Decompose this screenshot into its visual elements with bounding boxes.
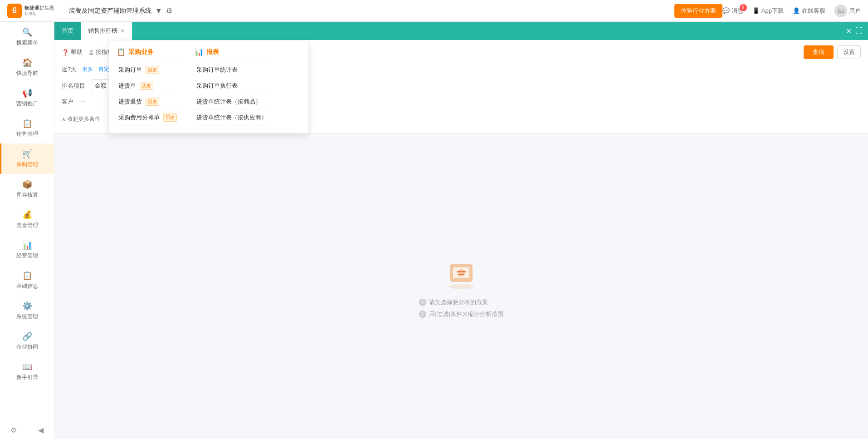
sidebar-item-finance[interactable]: 💰 资金管理	[0, 204, 54, 235]
top-header: 6 畅捷通好生意 标准版 装餐及固定资产辅助管理系统 ▼ ⚙ 体验行业方案 💬 …	[0, 0, 868, 22]
empty-illustration	[443, 255, 479, 291]
tab-sales-rank[interactable]: 销售排行榜 ✕	[81, 22, 132, 40]
sidebar-label-purchase: 采购管理	[16, 161, 38, 168]
dropdown-item-report-2[interactable]: 采购订单执行表	[195, 78, 269, 94]
avatar: Ea	[834, 5, 847, 17]
dropdown-item-purchase-return[interactable]: 进货退货 历史	[117, 94, 180, 110]
dropdown-item-report-1[interactable]: 采购订单统计表	[195, 62, 269, 78]
customer-dots[interactable]: ···	[79, 97, 86, 106]
purchase-order-label: 采购订单	[118, 66, 142, 74]
enterprise-icon: 🔗	[22, 331, 32, 341]
message-badge: 9	[740, 4, 747, 11]
app-download-label: App下载	[761, 7, 784, 15]
sidebar-item-marketing[interactable]: 📢 营销推广	[0, 83, 54, 113]
settings-button[interactable]: 设置	[837, 45, 861, 59]
collapse-label: 收起更多条件	[68, 115, 100, 123]
sidebar-item-sales[interactable]: 📋 销售管理	[0, 113, 54, 143]
tab-close-icon[interactable]: ✕	[120, 28, 125, 34]
online-service-action[interactable]: 👤 在线客服	[793, 7, 825, 15]
collapse-sidebar-icon[interactable]: ◀	[38, 426, 44, 434]
dropdown-item-report-3[interactable]: 进货单统计表（按商品）	[195, 94, 269, 110]
online-service-label: 在线客服	[802, 7, 825, 15]
tip-num-2: ②	[419, 311, 426, 318]
tab-home[interactable]: 首页	[54, 22, 81, 40]
sidebar-label-sales: 销售管理	[16, 130, 38, 138]
dropdown-item-report-4[interactable]: 进货单统计表（按供应商）	[195, 110, 269, 126]
empty-state: ① 请先选择要分析的方案 ② 用[过滤]条件来缩小分析范围	[54, 133, 868, 439]
svg-point-3	[458, 269, 465, 276]
sidebar: 🔍 搜索菜单 🏠 快捷导航 📢 营销推广 📋 销售管理 🛒 采购管理 📦 库存核…	[0, 22, 54, 439]
rank-value: 金额	[95, 82, 107, 90]
search-button[interactable]: 查询	[804, 45, 834, 59]
inventory-icon: 📦	[22, 179, 32, 189]
empty-tip-2: ② 用[过滤]条件来缩小分析范围	[419, 310, 503, 318]
sidebar-item-basic-info[interactable]: 📋 基础信息	[0, 265, 54, 296]
sidebar-item-operations[interactable]: 📊 经营管理	[0, 235, 54, 265]
purchase-return-history-badge: 历史	[146, 98, 159, 106]
sidebar-label-quick-nav: 快捷导航	[16, 69, 38, 77]
system-title: 装餐及固定资产辅助管理系统	[69, 7, 151, 15]
report-4-label: 进货单统计表（按供应商）	[196, 113, 267, 122]
sidebar-item-inventory[interactable]: 📦 库存核算	[0, 174, 54, 204]
dropdown-item-purchase-in[interactable]: 进货单 历史	[117, 78, 180, 94]
collapse-icon: ∧	[62, 116, 66, 123]
empty-tip-1: ① 请先选择要分析的方案	[419, 298, 503, 306]
sidebar-label-search: 搜索菜单	[16, 39, 38, 47]
system-settings-icon[interactable]: ▼	[155, 7, 162, 15]
report-section-label: 报表	[206, 48, 219, 56]
print-icon: 🖨	[88, 49, 94, 56]
purchase-dropdown-menu: 📋 采购业务 采购订单 历史 进货单 历史 进货退货 历史 采购费用分摊单	[109, 40, 308, 133]
gear-icon[interactable]: ⚙	[166, 6, 172, 15]
main-layout: 🔍 搜索菜单 🏠 快捷导航 📢 营销推广 📋 销售管理 🛒 采购管理 📦 库存核…	[0, 22, 868, 439]
purchase-order-history-badge: 历史	[146, 66, 159, 74]
purchase-in-label: 进货单	[118, 82, 136, 90]
message-action[interactable]: 💬 消息 9	[722, 7, 743, 15]
report-2-label: 采购订单执行表	[196, 82, 238, 90]
purchase-icon: 🛒	[22, 149, 32, 159]
date-filter-label: 近7天	[62, 65, 77, 74]
system-icon: ⚙️	[22, 301, 32, 311]
settings-bottom-icon[interactable]: ⚙	[10, 426, 17, 434]
tab-maximize-icon[interactable]: ⛶	[855, 27, 863, 35]
dropdown-item-purchase-cost[interactable]: 采购费用分摊单 历史	[117, 110, 180, 126]
purchase-return-label: 进货退货	[118, 98, 142, 106]
service-icon: 👤	[793, 7, 800, 14]
purchase-in-history-badge: 历史	[140, 82, 153, 90]
date-more-btn[interactable]: 更多	[82, 65, 93, 73]
sidebar-item-search[interactable]: 🔍 搜索菜单	[0, 22, 54, 52]
tab-close-all-icon[interactable]: ✕	[846, 27, 852, 35]
app-download-action[interactable]: 📱 App下载	[752, 7, 784, 15]
content-area: 首页 销售排行榜 ✕ ✕ ⛶ ❓ 帮助 🖨	[54, 22, 868, 439]
sidebar-item-purchase[interactable]: 🛒 采购管理	[0, 143, 54, 174]
sidebar-item-enterprise[interactable]: 🔗 企业协同	[0, 326, 54, 356]
logo-version: 标准版	[24, 11, 54, 17]
logo-text: 畅捷通好生意 标准版	[24, 5, 54, 17]
tip-text-2: 用[过滤]条件来缩小分析范围	[429, 310, 503, 318]
sidebar-item-quick-nav[interactable]: 🏠 快捷导航	[0, 52, 54, 83]
logo-area: 6 畅捷通好生意 标准版	[7, 4, 62, 18]
sidebar-item-system[interactable]: ⚙️ 系统管理	[0, 296, 54, 326]
svg-rect-5	[458, 274, 464, 275]
sidebar-item-guide[interactable]: 📖 新手引导	[0, 356, 54, 387]
industry-btn[interactable]: 体验行业方案	[674, 4, 722, 18]
purchase-cost-history-badge: 历史	[163, 113, 177, 122]
sidebar-label-finance: 资金管理	[16, 222, 38, 229]
tab-bar-right: ✕ ⛶	[846, 27, 868, 35]
svg-rect-4	[457, 271, 466, 272]
purchase-section-label: 采购业务	[128, 48, 154, 56]
operations-icon: 📊	[22, 240, 32, 250]
basic-info-icon: 📋	[22, 271, 32, 281]
help-icon: ❓	[62, 49, 69, 56]
message-icon: 💬	[722, 7, 730, 14]
dropdown-item-purchase-order[interactable]: 采购订单 历史	[117, 62, 180, 78]
svg-point-0	[449, 284, 474, 289]
user-label: 用户	[849, 7, 861, 15]
sidebar-label-guide: 新手引导	[16, 374, 38, 381]
guide-icon: 📖	[22, 362, 32, 372]
user-action[interactable]: Ea 用户	[834, 5, 861, 17]
help-label: 帮助	[71, 48, 83, 56]
help-btn[interactable]: ❓ 帮助	[62, 48, 83, 56]
purchase-section-icon: 📋	[117, 48, 126, 56]
report-section-title: 📊 报表	[195, 48, 269, 60]
rank-label: 排名项目	[62, 82, 85, 90]
